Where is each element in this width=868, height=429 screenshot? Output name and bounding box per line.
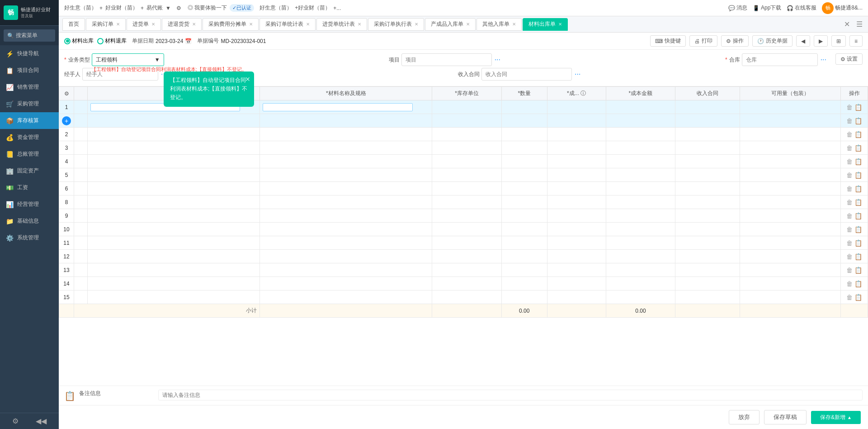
table-cell-cost-amount-5[interactable] bbox=[606, 168, 675, 182]
collapse-button[interactable]: ◀◀ bbox=[36, 417, 47, 425]
table-cell-cost-15[interactable] bbox=[547, 291, 606, 304]
online-support-button[interactable]: 🎧 在线客服 bbox=[787, 4, 816, 12]
table-cell-available-13[interactable] bbox=[740, 263, 841, 277]
save-draft-button[interactable]: 保存草稿 bbox=[764, 410, 807, 424]
table-cell-quantity-8[interactable] bbox=[501, 195, 547, 209]
row14-delete-button[interactable]: 🗑 bbox=[846, 280, 853, 287]
table-cell-income-contract-9[interactable] bbox=[675, 209, 740, 223]
table-cell-quantity-4[interactable] bbox=[501, 155, 547, 168]
app-download-button[interactable]: 📱 App下载 bbox=[753, 4, 781, 12]
table-cell-project-12[interactable] bbox=[88, 250, 260, 263]
row4-delete-button[interactable]: 🗑 bbox=[846, 158, 853, 165]
row2-delete-button[interactable]: 🗑 bbox=[846, 131, 853, 138]
tab-purchase-expense[interactable]: 采购费用分摊单 ✕ bbox=[203, 18, 259, 31]
print-button[interactable]: 🖨 打印 bbox=[689, 35, 717, 47]
table-cell-income-contract-2[interactable] bbox=[675, 128, 740, 141]
tab-close-receipt[interactable]: ✕ bbox=[151, 22, 155, 27]
table-cell-cost-amount-15[interactable] bbox=[606, 291, 675, 304]
table-cell-cost-14[interactable] bbox=[547, 277, 606, 291]
sidebar-item-payroll[interactable]: 💵 工资 bbox=[0, 179, 59, 196]
table-cell-quantity-2[interactable] bbox=[501, 128, 547, 141]
grid-view-button[interactable]: ⊞ bbox=[831, 35, 846, 47]
table-cell-unit[interactable] bbox=[432, 100, 502, 114]
table-cell-available-5[interactable] bbox=[740, 168, 841, 182]
table-cell-income-contract-4[interactable] bbox=[675, 155, 740, 168]
business-type-select[interactable]: 工程领料 ▼ bbox=[92, 53, 164, 66]
table-cell-material-6[interactable] bbox=[260, 182, 432, 195]
table-cell-income-contract-3[interactable] bbox=[675, 141, 740, 155]
tab-receipt[interactable]: 进货单 ✕ bbox=[127, 18, 161, 31]
table-cell-available-11[interactable] bbox=[740, 236, 841, 250]
row2-copy-button[interactable]: 📋 bbox=[854, 131, 862, 138]
table-cell-project-15[interactable] bbox=[88, 291, 260, 304]
row5-copy-button[interactable]: 📋 bbox=[854, 172, 862, 179]
table-cell-available-12[interactable] bbox=[740, 250, 841, 263]
tab-close-finished-in[interactable]: ✕ bbox=[466, 22, 470, 27]
table-cell-unit-8[interactable] bbox=[432, 195, 502, 209]
shortcut-key-button[interactable]: ⌨ 快捷键 bbox=[650, 35, 686, 47]
table-cell-unit-3[interactable] bbox=[432, 141, 502, 155]
tab-close-other-in[interactable]: ✕ bbox=[512, 22, 516, 27]
table-cell-quantity-5[interactable] bbox=[501, 168, 547, 182]
table-cell-income-contract-13[interactable] bbox=[675, 263, 740, 277]
table-cell-material-15[interactable] bbox=[260, 291, 432, 304]
tab-receipt-return[interactable]: 进退货货 ✕ bbox=[162, 18, 202, 31]
tab-more-button[interactable]: ☰ bbox=[854, 20, 864, 29]
table-cell-cost-amount-9[interactable] bbox=[606, 209, 675, 223]
row13-delete-button[interactable]: 🗑 bbox=[846, 267, 853, 274]
row5-delete-button[interactable]: 🗑 bbox=[846, 172, 853, 179]
tab-material-out[interactable]: 材料出库单 ✕ bbox=[523, 18, 568, 31]
table-cell-project-6[interactable] bbox=[88, 182, 260, 195]
row3-copy-button[interactable]: 📋 bbox=[854, 144, 862, 152]
tab-close-purchase-exec[interactable]: ✕ bbox=[415, 22, 418, 27]
row6-copy-button[interactable]: 📋 bbox=[854, 185, 862, 192]
tab-close-receipt-return[interactable]: ✕ bbox=[192, 22, 196, 27]
row10-delete-button[interactable]: 🗑 bbox=[846, 226, 853, 233]
table-cell-cost-amount[interactable] bbox=[606, 100, 675, 114]
table-cell-available-14[interactable] bbox=[740, 277, 841, 291]
tab-close-purchase-order[interactable]: ✕ bbox=[116, 22, 120, 27]
row1-copy-button[interactable]: 📋 bbox=[854, 104, 862, 111]
search-menu-button[interactable]: 🔍 搜索菜单 bbox=[4, 29, 55, 42]
note-input[interactable] bbox=[158, 390, 863, 400]
warehouse-input[interactable] bbox=[742, 53, 818, 66]
next-record-button[interactable]: ▶ bbox=[814, 35, 828, 47]
table-cell-cost-9[interactable] bbox=[547, 209, 606, 223]
table-cell[interactable] bbox=[740, 114, 841, 128]
table-cell-available-8[interactable] bbox=[740, 195, 841, 209]
table-cell-project-13[interactable] bbox=[88, 263, 260, 277]
topbar-experience[interactable]: ◎ 我要体验一下 bbox=[188, 4, 227, 12]
sidebar-item-nav[interactable]: ⚡ 快捷导航 bbox=[0, 45, 59, 62]
table-cell-material-8[interactable] bbox=[260, 195, 432, 209]
discard-button[interactable]: 放弃 bbox=[729, 410, 760, 424]
table-cell-project-14[interactable] bbox=[88, 277, 260, 291]
sidebar-item-sales[interactable]: 📈 销售管理 bbox=[0, 79, 59, 95]
operation-button[interactable]: ⚙ 操作 bbox=[721, 35, 749, 47]
table-cell-cost-amount-3[interactable] bbox=[606, 141, 675, 155]
table-cell-cost-amount-10[interactable] bbox=[606, 223, 675, 236]
table-cell-cost-amount-2[interactable] bbox=[606, 128, 675, 141]
sidebar-item-operations[interactable]: 📊 经营管理 bbox=[0, 196, 59, 213]
table-cell-cost-6[interactable] bbox=[547, 182, 606, 195]
table-cell-material-3[interactable] bbox=[260, 141, 432, 155]
row9-copy-button[interactable]: 📋 bbox=[854, 212, 862, 219]
tab-close-material-out[interactable]: ✕ bbox=[558, 22, 562, 27]
row15-copy-button[interactable]: 📋 bbox=[854, 294, 862, 301]
tab-close-receipt-stats[interactable]: ✕ bbox=[358, 22, 361, 27]
table-cell-cost-amount-12[interactable] bbox=[606, 250, 675, 263]
table-cell-income-contract-15[interactable] bbox=[675, 291, 740, 304]
row14-copy-button[interactable]: 📋 bbox=[854, 280, 862, 287]
add-row-button[interactable]: + bbox=[62, 116, 71, 125]
table-cell-available-15[interactable] bbox=[740, 291, 841, 304]
table-cell-quantity-14[interactable] bbox=[501, 277, 547, 291]
table-cell-project-3[interactable] bbox=[88, 141, 260, 155]
table-cell-cost-amount-4[interactable] bbox=[606, 155, 675, 168]
table-cell-available-10[interactable] bbox=[740, 223, 841, 236]
table-cell[interactable] bbox=[501, 114, 547, 128]
table-cell-project-9[interactable] bbox=[88, 209, 260, 223]
tab-close-purchase-stats[interactable]: ✕ bbox=[306, 22, 310, 27]
project-expand-icon[interactable]: ··· bbox=[495, 56, 500, 63]
table-cell-material-14[interactable] bbox=[260, 277, 432, 291]
table-cell-cost-amount-6[interactable] bbox=[606, 182, 675, 195]
table-cell-quantity-9[interactable] bbox=[501, 209, 547, 223]
